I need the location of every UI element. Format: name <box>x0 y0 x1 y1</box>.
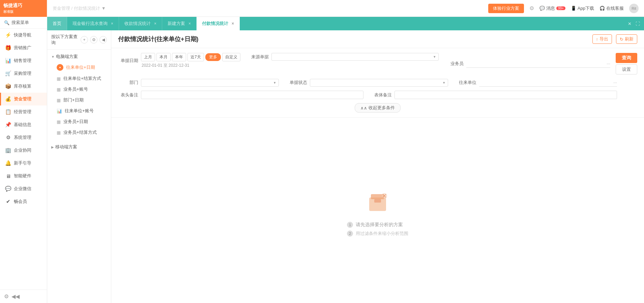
tab-home[interactable]: 首页 <box>47 17 67 30</box>
sidebar-item-basic[interactable]: 📌 基础信息 <box>0 118 47 131</box>
partner-input[interactable]: ··· <box>479 79 617 87</box>
hardware-icon: 🖥 <box>5 173 11 179</box>
scheme-label: 往来单位+账号 <box>65 108 94 114</box>
export-btn[interactable]: ↑ 导出 <box>592 34 612 44</box>
industry-btn[interactable]: 体验行业方案 <box>488 4 524 13</box>
sidebar-item-label: 新手引导 <box>14 160 31 166</box>
app-download-btn[interactable]: 📱 App下载 <box>571 5 594 11</box>
query-btn[interactable]: 查询 <box>616 53 637 63</box>
bottom-settings-icon[interactable]: ⚙ <box>4 293 9 300</box>
body-note-input[interactable] <box>394 91 617 99</box>
add-scheme-btn[interactable]: + <box>81 36 88 43</box>
staff-select[interactable]: ··· <box>466 60 610 68</box>
settings-btn[interactable]: 设置 <box>616 64 637 74</box>
guide-icon: 🔔 <box>5 160 11 166</box>
collapse-filter-btn[interactable]: ∧∧ 收起更多条件 <box>355 103 401 113</box>
message-icon: 💬 <box>539 6 545 11</box>
user-avatar[interactable]: Rit <box>629 4 639 13</box>
sidebar-item-guide[interactable]: 🔔 新手引导 <box>0 157 47 170</box>
settings-gear-icon[interactable]: ⚙ <box>529 5 534 11</box>
scheme-label: 业务员+日期 <box>63 119 88 125</box>
header-note-input[interactable] <box>141 91 363 99</box>
messages-label: 消息 <box>546 5 555 11</box>
date-btn-this-month[interactable]: 本月 <box>156 53 171 61</box>
messages-btn[interactable]: 💬 消息 99+ <box>539 5 565 11</box>
tab-new-scheme[interactable]: 新建方案 × <box>162 17 197 30</box>
date-btn-custom[interactable]: 自定义 <box>222 53 240 61</box>
page-title: 付款情况统计(往来单位+日期) <box>118 35 199 43</box>
operation-icon: 📋 <box>5 109 11 115</box>
date-btn-last-month[interactable]: 上月 <box>141 53 155 61</box>
tab-receipt-stats[interactable]: 收款情况统计 × <box>119 17 162 30</box>
scheme-unit-account[interactable]: 📊 往来单位+账号 <box>47 105 111 116</box>
scheme-unit-date[interactable]: ● 往来单位+日期 <box>47 62 111 73</box>
collapse-icon: ∧∧ <box>360 105 367 111</box>
basic-icon: 📌 <box>5 122 11 128</box>
quick-nav-icon: ⚡ <box>5 32 11 38</box>
app-download-label: App下载 <box>578 5 594 11</box>
source-select[interactable]: ▾ <box>271 53 439 61</box>
tab-home-label: 首页 <box>53 21 61 27</box>
scheme-staff-account[interactable]: ▦ 业务员+账号 <box>47 84 111 95</box>
tab-expand-icon[interactable]: ⛶ <box>636 21 640 26</box>
dept-select[interactable]: ▾ <box>141 79 279 87</box>
voucher-status-chevron: ▾ <box>443 81 445 85</box>
panel-collapse-btn[interactable]: ◀ <box>99 36 107 43</box>
scheme-dept-date[interactable]: ▦ 部门+日期 <box>47 95 111 105</box>
page-header-actions: ↑ 导出 ↻ 刷新 <box>592 34 638 44</box>
date-btn-this-year[interactable]: 本年 <box>172 53 186 61</box>
tab-payment-stats[interactable]: 付款情况统计 × <box>197 17 240 30</box>
scheme-staff-settle[interactable]: ▦ 业务员+结算方式 <box>47 127 111 138</box>
body-note-label: 表体备注 <box>372 92 392 98</box>
empty-hint-1-row: 1 请先选择要分析的方案 <box>347 222 403 228</box>
sidebar-item-wechat[interactable]: 💬 企业微信 <box>0 182 47 195</box>
tab-receipt-stats-close[interactable]: × <box>154 21 156 26</box>
sidebar-item-label: 企业协同 <box>14 147 31 153</box>
sidebar-item-quick-nav[interactable]: ⚡ 快捷导航 <box>0 29 47 41</box>
source-chevron: ▾ <box>434 55 436 59</box>
sidebar-item-inventory[interactable]: 📦 库存核算 <box>0 80 47 93</box>
tab-bank-flow-close[interactable]: × <box>111 21 113 26</box>
bottom-collapse-icon[interactable]: ◀◀ <box>11 293 20 300</box>
sidebar-item-label: 营销推广 <box>14 45 31 51</box>
breadcrumb-text: 资金管理 / 付款情况统计 <box>53 5 100 11</box>
sidebar-item-enterprise[interactable]: 🏢 企业协同 <box>0 144 47 157</box>
tab-bank-flow-label: 现金银行流水查询 <box>72 21 108 27</box>
left-panel: 按以下方案查询 + ⚙ ◀ ▼ 电脑端方案 ● 往来单位+日期 <box>47 30 111 303</box>
mobile-scheme-group: ▶ 移动端方案 <box>47 140 111 154</box>
dropdown-icon[interactable]: ▼ <box>101 6 106 11</box>
tab-receipt-stats-label: 收款情况统计 <box>124 21 151 27</box>
sidebar-search[interactable]: 🔍 搜索菜单 <box>0 17 47 29</box>
desktop-group-title[interactable]: ▼ 电脑端方案 <box>47 52 111 62</box>
scheme-unit-settle[interactable]: ▦ 往来单位+结算方式 <box>47 73 111 84</box>
tab-payment-stats-close[interactable]: × <box>232 21 234 26</box>
sidebar-item-marketing[interactable]: 🎁 营销推广 <box>0 41 47 54</box>
voucher-status-label: 单据状态 <box>287 80 307 86</box>
sidebar-item-purchase[interactable]: 🛒 采购管理 <box>0 67 47 80</box>
sidebar-item-system[interactable]: ⚙ 系统管理 <box>0 131 47 144</box>
sidebar-item-member[interactable]: ✔ 畅会员 <box>0 195 47 208</box>
scheme-settings-btn[interactable]: ⚙ <box>90 36 97 43</box>
voucher-status-select[interactable]: ▾ <box>310 79 448 87</box>
sidebar-item-operation[interactable]: 📋 经营管理 <box>0 105 47 118</box>
online-service-btn[interactable]: 🎧 在线客服 <box>599 5 624 11</box>
date-btn-more[interactable]: 更多 <box>205 53 221 61</box>
sidebar-item-hardware[interactable]: 🖥 智能硬件 <box>0 170 47 182</box>
tab-close-all-icon[interactable]: ✕ <box>628 21 632 26</box>
sidebar-item-sales[interactable]: 📊 销售管理 <box>0 54 47 67</box>
mobile-group-title[interactable]: ▶ 移动端方案 <box>47 142 111 152</box>
date-btn-7days[interactable]: 近7天 <box>187 53 204 61</box>
desktop-scheme-group: ▼ 电脑端方案 ● 往来单位+日期 ▦ 往来单位+结算方式 ▦ 业务员+账号 <box>47 50 111 140</box>
search-icon: 🔍 <box>4 20 9 25</box>
mobile-group-arrow: ▶ <box>51 145 54 149</box>
scheme-staff-date[interactable]: ▦ 业务员+日期 <box>47 116 111 127</box>
tab-new-scheme-close[interactable]: × <box>188 21 191 26</box>
scheme-table-icon: ▦ <box>57 87 61 92</box>
refresh-btn[interactable]: ↻ 刷新 <box>616 34 637 44</box>
header-note-label: 表头备注 <box>118 92 138 98</box>
tab-new-scheme-label: 新建方案 <box>168 21 185 27</box>
empty-hint-2-row: 2 用过滤条件来缩小分析范围 <box>347 231 408 237</box>
tab-bank-flow[interactable]: 现金银行流水查询 × <box>67 17 119 30</box>
sidebar-item-capital[interactable]: 💰 资金管理 <box>0 93 47 105</box>
export-label: 导出 <box>599 36 608 42</box>
